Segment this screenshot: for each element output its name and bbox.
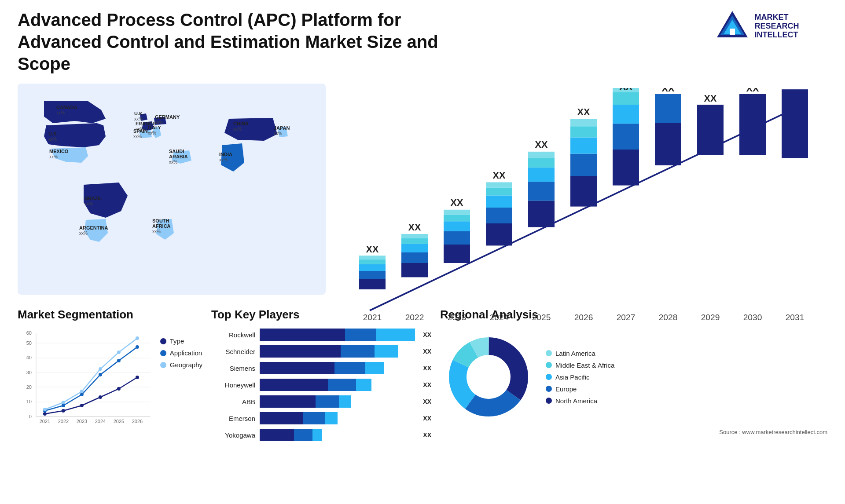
svg-text:2027: 2027 <box>617 313 636 322</box>
application-dot <box>160 350 166 356</box>
svg-text:2025: 2025 <box>114 419 124 424</box>
source-text: Source : www.marketresearchintellect.com <box>440 429 827 435</box>
bar-chart-svg: XX 2021 XX 2022 XX <box>343 88 819 332</box>
svg-text:XX: XX <box>577 106 590 117</box>
uk-label: U.K. <box>134 111 144 116</box>
schneider-bar-seg2 <box>341 345 375 358</box>
schneider-bar-seg3 <box>375 345 398 358</box>
spain-value: xx% <box>133 134 142 139</box>
southafrica-label2: AFRICA <box>152 223 171 229</box>
svg-point-104 <box>99 367 102 371</box>
svg-point-103 <box>80 390 84 393</box>
map-svg: CANADA xx% U.S. xx% MEXICO xx% BRAZIL xx… <box>18 84 326 295</box>
legend-europe: Europe <box>546 385 614 393</box>
brazil-label: BRAZIL <box>84 196 103 201</box>
key-players-panel: Top Key Players Rockwell XX Schneider <box>211 308 431 475</box>
svg-rect-45 <box>570 126 597 137</box>
svg-text:XX: XX <box>662 88 675 94</box>
player-row-honeywell: Honeywell XX <box>211 379 431 391</box>
honeywell-bar-seg2 <box>328 379 356 391</box>
player-row-emerson: Emerson XX <box>211 412 431 424</box>
player-row-schneider: Schneider XX <box>211 345 431 358</box>
svg-point-96 <box>62 404 65 407</box>
svg-text:20: 20 <box>26 384 32 390</box>
svg-rect-31 <box>486 187 512 195</box>
svg-text:XX: XX <box>408 222 421 233</box>
svg-text:2024: 2024 <box>95 419 106 424</box>
svg-rect-22 <box>444 231 470 245</box>
svg-rect-37 <box>528 168 555 182</box>
seg-legend-application: Application <box>160 349 202 357</box>
mexico-value: xx% <box>49 154 58 159</box>
india-value: xx% <box>219 157 228 162</box>
saudiarabia-value: xx% <box>169 160 177 164</box>
emerson-bar-seg3 <box>325 412 337 424</box>
player-row-yokogawa: Yokogawa XX <box>211 429 431 441</box>
svg-point-91 <box>80 404 84 407</box>
legend-latam: Latin America <box>546 350 614 357</box>
svg-text:XX: XX <box>620 88 632 92</box>
svg-text:XX: XX <box>535 139 548 150</box>
svg-point-105 <box>117 351 121 354</box>
abb-bar-seg3 <box>339 395 351 408</box>
yokogawa-bar-seg2 <box>294 429 312 441</box>
regional-panel: Regional Analysis <box>440 308 827 475</box>
us-label: U.S. <box>48 131 58 136</box>
svg-rect-51 <box>613 105 639 124</box>
svg-rect-49 <box>613 150 639 186</box>
northamerica-dot <box>546 398 552 404</box>
svg-rect-8 <box>359 271 386 279</box>
growth-bar-chart: XX 2021 XX 2022 XX <box>334 84 827 295</box>
segmentation-panel: Market Segmentation 0 10 20 30 <box>18 308 202 475</box>
seg-legend: Type Application Geography <box>160 337 202 369</box>
svg-text:2022: 2022 <box>405 313 424 322</box>
bottom-section: Market Segmentation 0 10 20 30 <box>18 308 827 475</box>
spain-label: SPAIN <box>133 128 148 134</box>
regional-legend: Latin America Middle East & Africa Asia … <box>546 350 614 405</box>
page-title: Advanced Process Control (APC) Platform … <box>18 9 458 75</box>
latam-dot <box>546 350 552 356</box>
svg-rect-60 <box>697 105 724 155</box>
svg-rect-16 <box>401 244 428 252</box>
us-value: xx% <box>48 137 57 142</box>
svg-rect-46 <box>570 119 597 126</box>
asiapacific-dot <box>546 374 552 380</box>
svg-rect-32 <box>486 182 512 187</box>
canada-value: xx% <box>56 110 65 115</box>
svg-point-100 <box>136 345 139 349</box>
svg-point-102 <box>62 401 65 404</box>
svg-point-92 <box>99 395 102 399</box>
svg-point-93 <box>117 387 121 391</box>
svg-rect-66 <box>782 89 808 158</box>
svg-text:2028: 2028 <box>659 313 678 322</box>
svg-rect-35 <box>528 201 555 227</box>
germany-value: xx% <box>155 120 163 125</box>
legend-asiapacific: Asia Pacific <box>546 373 614 381</box>
svg-text:10: 10 <box>26 399 32 404</box>
svg-point-98 <box>99 373 102 376</box>
italy-value: xx% <box>148 131 156 135</box>
svg-rect-25 <box>444 210 470 215</box>
brazil-value: xx% <box>84 201 93 206</box>
svg-rect-21 <box>444 245 470 263</box>
world-map: CANADA xx% U.S. xx% MEXICO xx% BRAZIL xx… <box>18 84 326 295</box>
argentina-value: xx% <box>79 231 88 236</box>
svg-rect-11 <box>359 256 386 259</box>
page-header: Advanced Process Control (APC) Platform … <box>18 9 827 75</box>
southafrica-label: SOUTH <box>152 218 169 223</box>
svg-text:XX: XX <box>746 88 759 94</box>
player-row-siemens: Siemens XX <box>211 362 431 374</box>
seg-legend-type: Type <box>160 337 202 345</box>
siemens-bar-seg2 <box>334 362 366 374</box>
svg-rect-63 <box>739 94 766 155</box>
japan-value: xx% <box>274 131 282 136</box>
southafrica-value: xx% <box>152 229 161 234</box>
rockwell-bar-seg1 <box>260 329 345 341</box>
svg-text:2023: 2023 <box>448 313 467 322</box>
italy-label: ITALY <box>148 125 162 130</box>
svg-rect-17 <box>401 238 428 244</box>
svg-rect-38 <box>528 158 555 168</box>
title-block: Advanced Process Control (APC) Platform … <box>18 9 458 75</box>
svg-rect-36 <box>528 182 555 201</box>
abb-bar <box>260 395 415 408</box>
